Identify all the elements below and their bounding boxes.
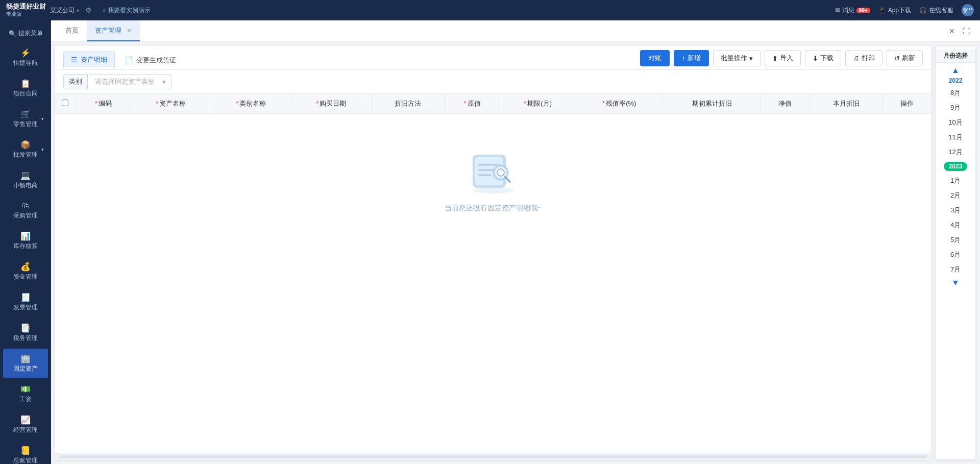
tab-asset-mgmt[interactable]: 资产管理 ✕: [87, 20, 140, 41]
app-sub: 专业版: [6, 11, 46, 18]
project-icon: 📋: [20, 79, 31, 88]
tax-icon: 📑: [20, 323, 31, 333]
sidebar-item-retail[interactable]: 🛒 零售管理: [3, 104, 48, 134]
sidebar-item-finance[interactable]: 💰 资金管理: [3, 257, 48, 286]
month-item-6[interactable]: 6月: [939, 248, 972, 262]
sidebar-item-fixed-assets[interactable]: 🏢 固定资产: [3, 349, 48, 378]
company-selector[interactable]: 某某公司 ▾: [50, 6, 79, 15]
finance-label: 资金管理: [13, 273, 38, 281]
col-depreciation-method: 折旧方法: [371, 94, 445, 114]
search-menu-label: 搜索菜单: [18, 29, 43, 38]
asset-detail-icon: ☰: [71, 56, 78, 64]
demo-link[interactable]: ○ 我要看实例演示: [102, 6, 151, 15]
wholesale-icon: 📦: [20, 140, 31, 150]
inventory-label: 库存核算: [13, 242, 38, 251]
month-item-2[interactable]: 2月: [939, 188, 972, 203]
page-content: ☰ 资产明细 📄 变更生成凭证 对账 + 新增 批量操作 ▾: [51, 42, 980, 464]
maximize-panel-button[interactable]: ⛶: [961, 26, 972, 37]
month-item-1[interactable]: 1月: [939, 174, 972, 188]
sub-tabs: ☰ 资产明细 📄 变更生成凭证 对账 + 新增 批量操作 ▾: [55, 46, 931, 70]
project-label: 项目合同: [13, 89, 38, 98]
sidebar-item-purchase[interactable]: 🛍 采购管理: [3, 196, 48, 225]
top-bar: 畅捷通好业财 专业版 某某公司 ▾ ⚙ ○ 我要看实例演示 ✉ 消息 99+ 📱…: [0, 0, 980, 20]
batch-button[interactable]: 批量操作 ▾: [713, 50, 761, 66]
month-nav-up[interactable]: ▲: [949, 66, 962, 75]
refresh-button[interactable]: ↺ 刷新: [887, 50, 923, 66]
checkbox-all[interactable]: [62, 100, 68, 106]
invoice-icon: 🧾: [20, 292, 31, 302]
reconcile-button[interactable]: 对账: [640, 50, 670, 66]
add-button[interactable]: + 新增: [674, 50, 709, 66]
sidebar-item-operations[interactable]: 📈 经营管理: [3, 410, 48, 439]
category-select-box[interactable]: 请选择固定资产类别 ▾: [90, 74, 172, 89]
month-panel: 月份选择 ▲ 2022 8月 9月 10月 11月 12月 2023 1月 2月…: [935, 46, 976, 460]
sidebar-item-invoice[interactable]: 🧾 发票管理: [3, 287, 48, 317]
sub-tab-asset-detail[interactable]: ☰ 资产明细: [63, 52, 115, 68]
category-filter[interactable]: 类别 请选择固定资产类别 ▾: [63, 74, 172, 89]
print-label: 打印: [862, 54, 875, 63]
svg-point-0: [473, 187, 513, 193]
import-label: 导入: [780, 54, 793, 63]
current-year-label: 2022: [949, 76, 963, 85]
month-item-3[interactable]: 3月: [939, 203, 972, 217]
month-item-12[interactable]: 12月: [939, 145, 972, 159]
retail-label: 零售管理: [13, 120, 38, 129]
fixed-assets-icon: 🏢: [20, 354, 31, 363]
bottom-scrollbar[interactable]: [55, 453, 931, 460]
user-name: 张**: [963, 7, 973, 14]
scrollbar-track[interactable]: [59, 455, 927, 458]
change-voucher-label: 变更生成凭证: [136, 56, 176, 65]
sidebar-item-salary[interactable]: 💵 工资: [3, 379, 48, 409]
sub-tab-change-voucher[interactable]: 📄 变更生成凭证: [117, 52, 184, 68]
ecommerce-icon: 💻: [20, 170, 31, 180]
col-residual-rate: *残值率(%): [576, 94, 663, 114]
search-menu[interactable]: 🔍 搜索菜单: [3, 25, 48, 42]
tab-home[interactable]: 首页: [57, 20, 87, 41]
month-list-2023: 1月 2月 3月 4月 5月 6月 7月: [936, 173, 975, 277]
online-service-button[interactable]: 🎧 在线客服: [919, 6, 953, 15]
month-item-5[interactable]: 5月: [939, 233, 972, 247]
message-button[interactable]: ✉ 消息 99+: [835, 6, 870, 15]
fixed-assets-label: 固定资产: [13, 364, 38, 373]
month-item-9[interactable]: 9月: [939, 101, 972, 115]
close-panel-button[interactable]: ✕: [946, 26, 958, 37]
asset-table: *编码 *资产名称 *类别名称 *购买日期 折旧方法 *原值 *期限(月) *残…: [55, 94, 931, 243]
message-label: 消息: [842, 6, 854, 15]
import-button[interactable]: ⬆ 导入: [765, 50, 801, 66]
category-chevron-icon: ▾: [162, 78, 166, 86]
month-item-8[interactable]: 8月: [939, 86, 972, 100]
wholesale-label: 批发管理: [13, 151, 38, 159]
month-item-11[interactable]: 11月: [939, 130, 972, 144]
select-all-checkbox[interactable]: [55, 94, 76, 114]
chevron-down-icon: ▾: [77, 8, 79, 13]
sidebar-item-wholesale[interactable]: 📦 批发管理: [3, 135, 48, 164]
demo-label: 我要看实例演示: [108, 6, 151, 15]
sidebar-item-project[interactable]: 📋 项目合同: [3, 74, 48, 103]
table-header-row: *编码 *资产名称 *类别名称 *购买日期 折旧方法 *原值 *期限(月) *残…: [55, 94, 931, 114]
print-button[interactable]: 🖨 打印: [845, 50, 883, 66]
col-monthly-dep: 本月折旧: [810, 94, 883, 114]
empty-message: 当前您还没有固定资产明细哦~: [445, 204, 542, 213]
sidebar-item-quick-nav[interactable]: ⚡ 快捷导航: [3, 43, 48, 72]
user-avatar[interactable]: 张**: [962, 4, 974, 16]
sidebar-item-ledger[interactable]: 📒 总账管理: [3, 441, 48, 464]
sidebar-item-ecommerce[interactable]: 💻 小畅电商: [3, 165, 48, 195]
sidebar: 🔍 搜索菜单 ⚡ 快捷导航 📋 项目合同 🛒 零售管理 📦 批发管理 💻 小畅电…: [0, 20, 51, 464]
tab-asset-label: 资产管理: [95, 26, 121, 35]
quick-nav-label: 快捷导航: [13, 59, 38, 67]
sidebar-item-inventory[interactable]: 📊 库存核算: [3, 226, 48, 256]
tab-close-icon[interactable]: ✕: [127, 27, 132, 34]
sidebar-item-tax[interactable]: 📑 税务管理: [3, 318, 48, 348]
app-download-button[interactable]: 📱 App下载: [878, 6, 911, 15]
refresh-icon: ↺: [894, 55, 900, 62]
salary-icon: 💵: [20, 384, 31, 394]
col-original-value: *原值: [445, 94, 500, 114]
col-net-value: 净值: [761, 94, 810, 114]
settings-icon[interactable]: ⚙: [85, 6, 92, 14]
month-item-10[interactable]: 10月: [939, 115, 972, 130]
month-item-4[interactable]: 4月: [939, 218, 972, 232]
tab-home-label: 首页: [65, 26, 79, 35]
month-nav-down[interactable]: ▼: [949, 278, 962, 287]
download-button[interactable]: ⬇ 下载: [805, 50, 841, 66]
month-item-7[interactable]: 7月: [939, 262, 972, 277]
